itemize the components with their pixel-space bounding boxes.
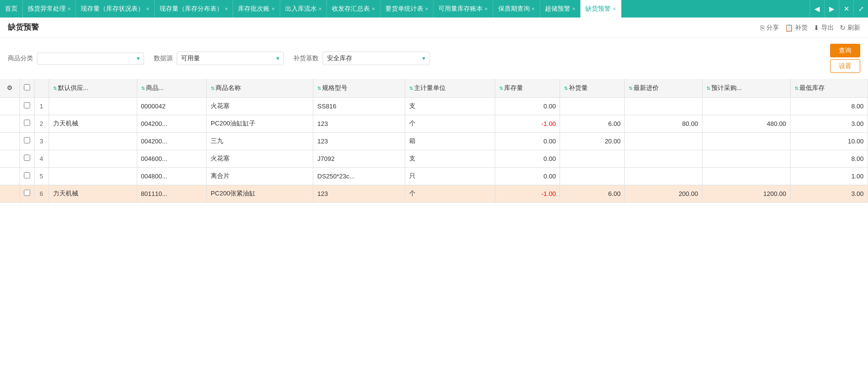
row-checkbox[interactable] — [24, 172, 30, 178]
row-latest-price — [625, 132, 702, 150]
nav-tab-expiry[interactable]: 保质期查询× — [493, 0, 540, 18]
nav-tab-inventory-dist[interactable]: 现存量（库存分布表）× — [155, 0, 233, 18]
row-spec: 123 — [313, 115, 405, 132]
category-chevron-icon: ▾ — [137, 55, 140, 62]
col-min-stock[interactable]: ⇅最低库存 — [790, 79, 868, 97]
nav-tab-collect[interactable]: 收发存汇总表× — [327, 0, 380, 18]
row-checkbox-cell[interactable] — [19, 132, 34, 150]
refresh-btn[interactable]: ↻ 刷新 — [840, 23, 860, 32]
nav-tab-close-icon[interactable]: × — [372, 6, 375, 12]
row-supplier — [49, 132, 137, 150]
col-name[interactable]: ⇅商品名称 — [207, 79, 313, 97]
select-all-checkbox[interactable] — [24, 84, 30, 90]
nav-tab-close-icon[interactable]: × — [146, 6, 149, 12]
row-min-stock: 3.00 — [790, 185, 868, 202]
nav-tab-close-icon[interactable]: × — [68, 6, 71, 12]
share-btn[interactable]: ⎘ 分享 — [760, 23, 779, 32]
col-code[interactable]: ⇅商品... — [137, 79, 207, 97]
col-spec[interactable]: ⇅规格型号 — [313, 79, 405, 97]
col-latest-price[interactable]: ⇅最新进价 — [625, 79, 702, 97]
col-code-label: 商品... — [146, 84, 164, 91]
header-actions: ⎘ 分享 📋 补货 ⬇ 导出 ↻ 刷新 — [760, 23, 860, 32]
nav-prev-btn[interactable]: ◀ — [810, 0, 824, 18]
settings-button[interactable]: 设置 — [830, 59, 860, 73]
query-button[interactable]: 查询 — [830, 44, 860, 57]
nav-tab-inventory-status[interactable]: 现存量（库存状况表）× — [76, 0, 154, 18]
nav-tab-shortage[interactable]: 缺货预警× — [580, 0, 621, 18]
sort-icon: ⇅ — [317, 86, 321, 91]
nav-tab-available[interactable]: 可用量库存账本× — [434, 0, 493, 18]
row-checkbox[interactable] — [24, 137, 30, 143]
row-stock: 0.00 — [495, 150, 560, 167]
row-code: 004200... — [137, 132, 207, 150]
sort-icon: ⇅ — [564, 86, 568, 91]
nav-tab-flow[interactable]: 出入库流水× — [280, 0, 327, 18]
nav-tab-exception[interactable]: 拣货异常处理× — [23, 0, 76, 18]
col-est-purchase[interactable]: ⇅预计采购... — [702, 79, 790, 97]
nav-tab-close-icon[interactable]: × — [225, 6, 228, 12]
nav-tab-label: 要货单统计表 — [385, 4, 423, 13]
nav-tab-close-icon[interactable]: × — [485, 6, 488, 12]
nav-tab-home[interactable]: 首页 — [0, 0, 23, 18]
row-replenish: 20.00 — [560, 132, 625, 150]
replenish-value: 安全库存 — [327, 54, 420, 63]
nav-close-btn[interactable]: ✕ — [839, 0, 853, 18]
row-checkbox-cell[interactable] — [19, 167, 34, 185]
row-name: 火花塞 — [207, 97, 313, 115]
top-nav: 首页拣货异常处理×现存量（库存状况表）×现存量（库存分布表）×库存批次账×出入库… — [0, 0, 868, 18]
category-select[interactable]: ▾ — [37, 53, 144, 65]
row-name: 离合片 — [207, 167, 313, 185]
col-replenish-label: 补货量 — [569, 84, 588, 91]
row-checkbox[interactable] — [24, 120, 30, 126]
replenish-filter-group: 补货基数 安全库存 ▾ — [293, 52, 430, 65]
nav-tab-close-icon[interactable]: × — [319, 6, 322, 12]
table-row: 5004800...离合片DS250*23c...只0.001.00 — [0, 167, 868, 185]
nav-tab-close-icon[interactable]: × — [613, 6, 615, 12]
col-unit[interactable]: ⇅主计量单位 — [405, 79, 495, 97]
row-checkbox[interactable] — [24, 190, 30, 196]
datasource-value: 可用量 — [181, 54, 274, 63]
row-code: 801110... — [137, 185, 207, 202]
col-replenish[interactable]: ⇅补货量 — [560, 79, 625, 97]
col-name-label: 商品名称 — [216, 84, 241, 91]
nav-tab-close-icon[interactable]: × — [532, 6, 535, 12]
nav-tab-label: 出入库流水 — [285, 4, 317, 13]
nav-tab-demand[interactable]: 要货单统计表× — [380, 0, 434, 18]
row-stock: 0.00 — [495, 97, 560, 115]
nav-tab-close-icon[interactable]: × — [425, 6, 428, 12]
row-spec: DS250*23c... — [313, 167, 405, 185]
nav-next-btn[interactable]: ▶ — [824, 0, 839, 18]
category-value — [41, 55, 135, 62]
col-checkbox[interactable] — [19, 79, 34, 97]
row-checkbox[interactable] — [24, 102, 30, 108]
row-checkbox[interactable] — [24, 155, 30, 161]
row-name: PC200油缸缸子 — [207, 115, 313, 132]
datasource-select[interactable]: 可用量 ▾ — [177, 52, 284, 65]
nav-tab-overstock[interactable]: 超储预警× — [540, 0, 580, 18]
row-supplier — [49, 97, 137, 115]
row-spec: 123 — [313, 185, 405, 202]
replenish-select[interactable]: 安全库存 ▾ — [323, 52, 430, 65]
row-checkbox-cell[interactable] — [19, 150, 34, 167]
nav-tab-close-icon[interactable]: × — [572, 6, 575, 12]
col-stock[interactable]: ⇅库存量 — [495, 79, 560, 97]
nav-tab-label: 现存量（库存状况表） — [81, 4, 144, 13]
replenish-btn[interactable]: 📋 补货 — [785, 23, 808, 32]
table-header: ⚙ ⇅默认供应... ⇅商品... ⇅商品名称 ⇅规格型号 ⇅主计量单位 ⇅库存… — [0, 79, 868, 97]
sort-icon: ⇅ — [499, 86, 503, 91]
category-filter-group: 商品分类 ▾ — [8, 53, 144, 65]
row-checkbox-cell[interactable] — [19, 185, 34, 202]
row-spec: SS816 — [313, 97, 405, 115]
sort-icon: ⇅ — [629, 86, 633, 91]
nav-tab-batch[interactable]: 库存批次账× — [233, 0, 280, 18]
row-code: 004200... — [137, 115, 207, 132]
col-supplier-label: 默认供应... — [58, 84, 89, 91]
row-checkbox-cell[interactable] — [19, 115, 34, 132]
col-gear[interactable]: ⚙ — [0, 79, 19, 97]
nav-expand-btn[interactable]: ⤢ — [853, 0, 868, 18]
col-supplier[interactable]: ⇅默认供应... — [49, 79, 137, 97]
nav-tab-label: 库存批次账 — [238, 4, 270, 13]
export-btn[interactable]: ⬇ 导出 — [814, 23, 834, 32]
row-checkbox-cell[interactable] — [19, 97, 34, 115]
nav-tab-close-icon[interactable]: × — [271, 6, 274, 12]
